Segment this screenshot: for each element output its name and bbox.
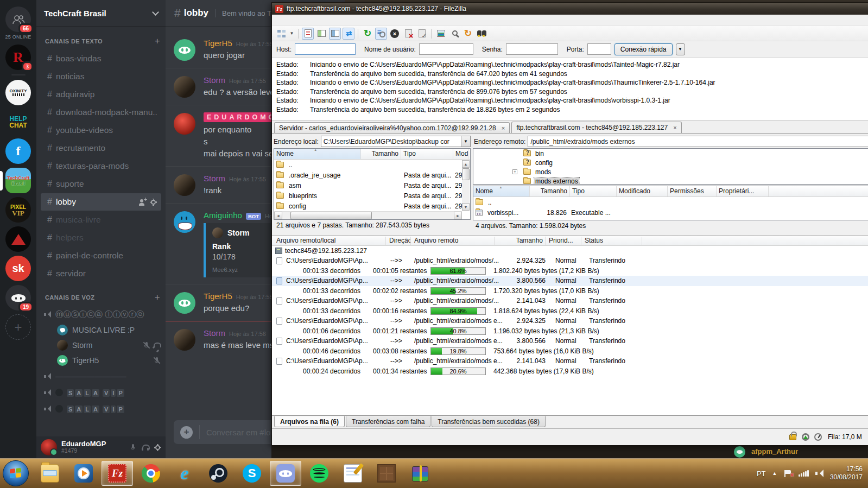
connection-tab[interactable]: ftp.techcraftbrasil.com - techc845@192.1… xyxy=(511,122,681,133)
compare-button[interactable] xyxy=(448,28,460,40)
toggle-remote-tree-button[interactable] xyxy=(329,28,341,40)
site-manager-button[interactable] xyxy=(275,28,287,40)
column-size[interactable]: Tamanho xyxy=(361,149,401,159)
taskbar-ie-button[interactable]: e xyxy=(169,461,200,486)
column-type[interactable]: Tipo xyxy=(401,149,453,159)
taskbar-media-player-button[interactable] xyxy=(68,461,99,486)
guild-header[interactable]: TechCraft Brasil xyxy=(36,0,166,26)
quickconnect-dropdown[interactable]: ▼ xyxy=(676,43,685,55)
transfer-entry[interactable]: C:\Users\EduardoMGP\Ap... -->> /public_h… xyxy=(272,336,868,356)
avatar[interactable] xyxy=(174,76,195,98)
add-channel-icon[interactable]: + xyxy=(155,36,160,47)
local-file-row[interactable]: blueprints Pasta de arqui... 29/0 xyxy=(274,191,470,201)
transfer-entry[interactable]: C:\Users\EduardoMGP\Ap... -->> /public_h… xyxy=(272,276,868,296)
sidebar-channel[interactable]: # recrutamento xyxy=(41,140,161,157)
sync-browsing-button[interactable]: ↻ xyxy=(462,28,474,40)
message-author[interactable]: Storm xyxy=(204,328,225,338)
queue-tab[interactable]: Transferências com falha xyxy=(346,416,430,427)
avatar[interactable] xyxy=(174,113,195,135)
language-indicator[interactable]: PT xyxy=(757,470,766,478)
avatar[interactable] xyxy=(174,329,195,351)
vertical-scrollbar[interactable]: ▲▼ xyxy=(462,160,470,211)
window-titlebar[interactable]: Fz ftp.techcraftbrasil.com - techc845@19… xyxy=(272,3,868,15)
toggle-log-button[interactable] xyxy=(302,28,314,40)
horizontal-scrollbar[interactable]: ◄► xyxy=(274,211,462,219)
menu-item[interactable] xyxy=(300,19,309,21)
headphones-toggle-icon[interactable] xyxy=(142,444,149,451)
avatar[interactable] xyxy=(174,174,195,196)
column-owner[interactable]: Proprietári... xyxy=(717,186,769,197)
avatar[interactable] xyxy=(174,39,195,61)
sidebar-channel[interactable]: # musica-livre xyxy=(41,211,161,229)
taskbar-minecraft-button[interactable] xyxy=(371,461,402,486)
column-type[interactable]: Tipo xyxy=(570,186,617,197)
local-address-combo[interactable]: C:\Users\EduardoMGP\Desktop\backup cor ▼ xyxy=(321,136,471,147)
message-author[interactable]: TigerH5 xyxy=(204,291,232,301)
menu-item[interactable] xyxy=(283,19,292,21)
sidebar-channel[interactable]: # adquiravip xyxy=(41,86,161,103)
remote-tree-item[interactable]: + bin xyxy=(473,149,868,158)
local-file-row[interactable]: asm Pasta de arqui... 29/0 xyxy=(274,180,470,191)
taskbar-notepad-button[interactable] xyxy=(337,461,369,486)
taskbar-explorer-button[interactable] xyxy=(34,461,66,486)
menu-item[interactable] xyxy=(309,19,318,21)
menu-item[interactable] xyxy=(318,19,326,21)
toggle-local-tree-button[interactable] xyxy=(315,28,327,40)
menu-item[interactable] xyxy=(335,19,344,21)
add-server-button[interactable]: + xyxy=(5,314,31,340)
add-channel-icon[interactable]: + xyxy=(155,292,160,303)
server-icon-r[interactable]: R 3 xyxy=(5,45,31,70)
sidebar-channel[interactable]: # painel-de-controle xyxy=(41,247,161,264)
channel-settings-icon[interactable] xyxy=(150,199,157,206)
voice-channel-sala-vip-1[interactable]: SALA VIP xyxy=(36,384,166,401)
column-status[interactable]: Status xyxy=(582,237,642,245)
volume-icon[interactable] xyxy=(815,470,823,477)
toggle-queue-button[interactable]: ⇄ xyxy=(343,28,354,40)
refresh-button[interactable]: ↻ xyxy=(362,28,373,40)
column-direction[interactable]: Direção xyxy=(387,237,411,245)
dropdown-arrow-icon[interactable]: ▼ xyxy=(461,136,470,147)
taskbar-spotify-button[interactable] xyxy=(303,461,335,486)
remote-address-box[interactable]: /public_html/extraido/mods externos xyxy=(528,136,868,147)
quickconnect-button[interactable]: Conexão rápida xyxy=(614,43,673,55)
taskbar-skype-button[interactable]: S xyxy=(236,461,268,486)
remote-tree-item[interactable]: + config xyxy=(473,158,868,167)
server-icon-wrench[interactable]: f xyxy=(5,138,31,164)
column-permissions[interactable]: Permissões xyxy=(668,186,717,197)
cancel-button[interactable]: × xyxy=(389,28,401,40)
sidebar-channel[interactable]: # servidor xyxy=(41,265,161,282)
voice-member[interactable]: TigerH5 xyxy=(36,353,166,368)
sidebar-channel[interactable]: # helpers xyxy=(41,229,161,246)
column-modified[interactable]: Modificado xyxy=(453,149,468,159)
voice-channel-music[interactable]: ⓜⓤⓢⓘⓒⓐ ⓛⓘⓥⓡⓔ xyxy=(36,306,166,322)
server-icon-discord[interactable]: 19 xyxy=(5,285,31,310)
friends-home-button[interactable]: 66 xyxy=(5,7,31,32)
find-files-button[interactable] xyxy=(476,28,487,40)
speed-limit-icon[interactable] xyxy=(814,433,822,441)
taskbar-steam-button[interactable] xyxy=(202,461,234,486)
voice-member[interactable]: MUSICA LIVRE :P xyxy=(36,322,166,338)
reconnect-button[interactable] xyxy=(416,28,428,40)
local-file-row[interactable]: config Pasta de arqui... 29/0 xyxy=(274,201,470,211)
clock[interactable]: 17:56 30/08/2017 xyxy=(830,465,863,481)
avatar[interactable] xyxy=(174,292,195,314)
server-icon-triangle[interactable] xyxy=(5,226,31,252)
voice-channel-sala-vip-2[interactable]: SALA VIP xyxy=(36,401,166,417)
sidebar-channel[interactable]: # lobby xyxy=(41,193,161,211)
local-file-row[interactable]: .. xyxy=(274,160,470,170)
voice-channels-category[interactable]: CANAIS DE VOZ + xyxy=(45,292,160,303)
user-settings-icon[interactable] xyxy=(154,444,161,451)
column-size[interactable]: Tamanho xyxy=(496,237,546,245)
attach-file-button[interactable]: + xyxy=(180,426,193,439)
text-channels-category[interactable]: CANAIS DE TEXTO + xyxy=(45,36,160,47)
start-button[interactable] xyxy=(3,460,29,486)
column-size[interactable]: Tamanho xyxy=(530,186,570,197)
column-priority[interactable]: Priorid... xyxy=(547,237,581,245)
sidebar-channel[interactable]: # texturas-para-mods xyxy=(41,157,161,175)
transfer-entry[interactable]: C:\Users\EduardoMGP\Ap... -->> /public_h… xyxy=(272,296,868,316)
sidebar-channel[interactable]: # suporte xyxy=(41,175,161,193)
avatar[interactable] xyxy=(174,211,195,233)
sidebar-channel[interactable]: # youtube-videos xyxy=(41,122,161,139)
column-name[interactable]: Nome xyxy=(473,186,530,197)
process-queue-button[interactable] xyxy=(375,28,387,40)
